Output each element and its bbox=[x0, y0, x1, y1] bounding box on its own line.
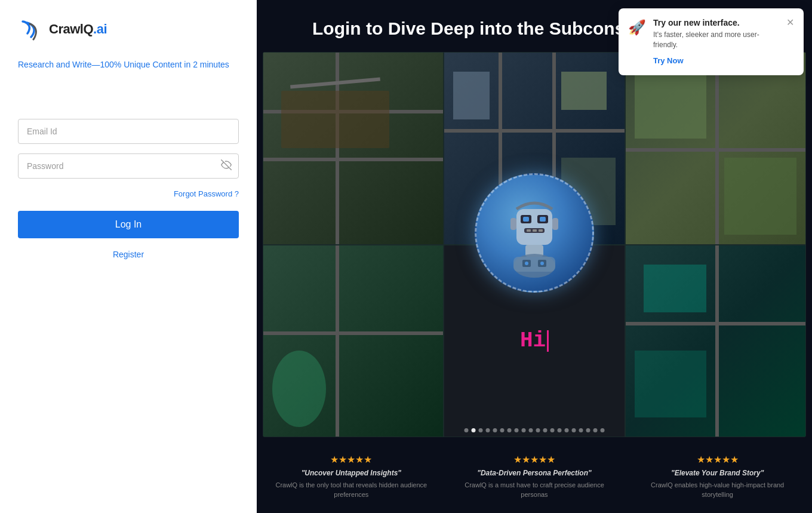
city-tile-3 bbox=[625, 52, 806, 245]
hi-text: Hi bbox=[520, 328, 546, 353]
dot-12[interactable] bbox=[543, 428, 548, 432]
dot-13[interactable] bbox=[550, 428, 555, 432]
robot-svg bbox=[496, 185, 573, 281]
dot-5[interactable] bbox=[493, 428, 497, 432]
dot-11[interactable] bbox=[536, 428, 540, 432]
register-link[interactable]: Register bbox=[113, 250, 144, 259]
svg-point-17 bbox=[525, 262, 528, 265]
cursor-blink bbox=[547, 330, 549, 352]
svg-rect-5 bbox=[540, 217, 546, 222]
notification-content: Try our new interface. It's faster, slee… bbox=[653, 18, 779, 66]
review-stars-1: ★★★★★ bbox=[269, 454, 434, 465]
svg-rect-10 bbox=[510, 218, 516, 230]
road-h-5 bbox=[263, 331, 443, 335]
svg-rect-8 bbox=[533, 229, 537, 232]
tagline: Research and Write—100% Unique Content i… bbox=[18, 59, 239, 71]
city-tile-4 bbox=[263, 245, 444, 438]
login-button[interactable]: Log In bbox=[18, 211, 239, 238]
svg-rect-4 bbox=[523, 217, 529, 222]
review-stars-2: ★★★★★ bbox=[452, 454, 617, 465]
svg-rect-1 bbox=[516, 209, 552, 245]
dot-16[interactable] bbox=[572, 428, 576, 432]
dot-17[interactable] bbox=[579, 428, 583, 432]
dot-19[interactable] bbox=[593, 428, 598, 432]
svg-rect-7 bbox=[527, 229, 531, 232]
forgot-password-area: Forgot Password ? bbox=[18, 188, 239, 199]
svg-point-18 bbox=[540, 262, 544, 265]
road-h-2 bbox=[263, 158, 443, 161]
dot-9[interactable] bbox=[522, 428, 526, 432]
review-card-3: ★★★★★ "Elevate Your Brand Story" CrawlQ … bbox=[629, 449, 806, 504]
review-stars-3: ★★★★★ bbox=[635, 454, 800, 465]
city-tile-6 bbox=[625, 245, 806, 438]
notification-close-button[interactable]: ✕ bbox=[786, 18, 794, 27]
review-text-3: CrawlQ enables high-value high-impact br… bbox=[635, 481, 800, 499]
review-title-1: "Uncover Untapped Insights" bbox=[269, 469, 434, 477]
review-text-2: CrawlQ is a must have to craft precise a… bbox=[452, 481, 617, 499]
brand-suffix: .ai bbox=[93, 21, 107, 36]
crawlq-logo-icon bbox=[18, 18, 41, 41]
road-v-5 bbox=[336, 245, 339, 437]
notification-icon: 🚀 bbox=[628, 19, 646, 36]
svg-rect-9 bbox=[539, 229, 543, 232]
dot-8[interactable] bbox=[515, 428, 519, 432]
dot-2[interactable] bbox=[472, 428, 476, 432]
city-background: Hi bbox=[263, 52, 806, 437]
dot-10[interactable] bbox=[529, 428, 533, 432]
password-wrapper bbox=[18, 153, 239, 179]
notification-popup: 🚀 Try our new interface. It's faster, sl… bbox=[619, 8, 804, 75]
register-area: Register bbox=[18, 249, 239, 260]
review-card-1: ★★★★★ "Uncover Untapped Insights" CrawlQ… bbox=[263, 449, 440, 504]
dot-15[interactable] bbox=[565, 428, 569, 432]
city-tile-1 bbox=[263, 52, 444, 245]
dot-1[interactable] bbox=[465, 428, 469, 432]
dot-3[interactable] bbox=[479, 428, 483, 432]
logo-area: CrawlQ.ai bbox=[18, 18, 239, 41]
notification-description: It's faster, sleeker and more user-frien… bbox=[653, 30, 779, 50]
carousel-dots bbox=[465, 428, 605, 432]
hero-image-area: Hi bbox=[263, 52, 806, 437]
dot-4[interactable] bbox=[486, 428, 490, 432]
dot-7[interactable] bbox=[508, 428, 512, 432]
notification-title: Try our new interface. bbox=[653, 18, 779, 27]
dot-20[interactable] bbox=[601, 428, 605, 432]
review-text-1: CrawlQ is the only tool that reveals hid… bbox=[269, 481, 434, 499]
toggle-password-icon[interactable] bbox=[221, 159, 232, 173]
review-title-3: "Elevate Your Brand Story" bbox=[635, 469, 800, 477]
dot-14[interactable] bbox=[558, 428, 562, 432]
email-form-group bbox=[18, 119, 239, 144]
reviews-section: ★★★★★ "Uncover Untapped Insights" CrawlQ… bbox=[257, 437, 812, 513]
logo-brand: CrawlQ.ai bbox=[49, 21, 107, 37]
password-input[interactable] bbox=[18, 153, 239, 179]
brand-name: CrawlQ bbox=[49, 21, 93, 36]
road-h-3 bbox=[444, 129, 624, 133]
password-form-group bbox=[18, 153, 239, 179]
dot-6[interactable] bbox=[500, 428, 505, 432]
left-panel: CrawlQ.ai Research and Write—100% Unique… bbox=[0, 0, 257, 513]
robot-avatar-circle bbox=[475, 173, 594, 293]
email-input[interactable] bbox=[18, 119, 239, 144]
review-title-2: "Data-Driven Persona Perfection" bbox=[452, 469, 617, 477]
road-v-6 bbox=[715, 245, 719, 437]
svg-rect-14 bbox=[513, 257, 555, 272]
right-panel: Login to Dive Deep into the Subconscious… bbox=[257, 0, 812, 513]
dot-18[interactable] bbox=[586, 428, 590, 432]
review-card-2: ★★★★★ "Data-Driven Persona Perfection" C… bbox=[446, 449, 623, 504]
svg-rect-11 bbox=[552, 218, 558, 230]
try-now-link[interactable]: Try Now bbox=[653, 56, 684, 65]
forgot-password-link[interactable]: Forgot Password ? bbox=[174, 189, 239, 198]
road-v-4 bbox=[715, 53, 719, 244]
